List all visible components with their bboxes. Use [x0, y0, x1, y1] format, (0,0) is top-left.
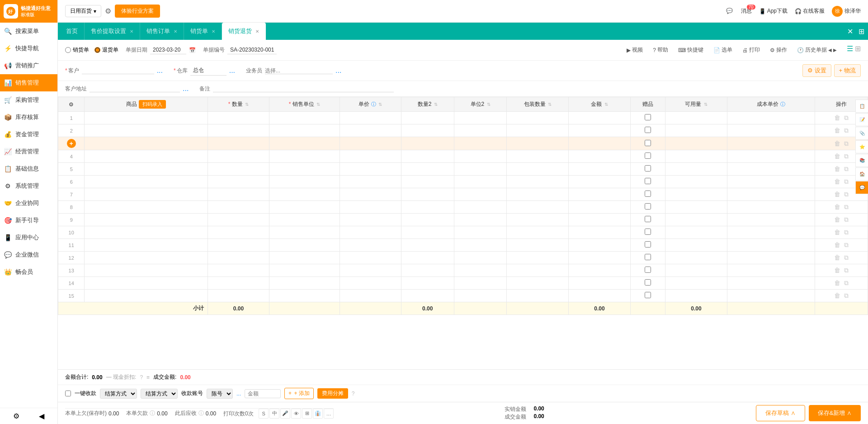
row-copy-icon[interactable]: ⧉ [843, 229, 849, 236]
sidebar-item-member[interactable]: 👑 畅会员 [0, 263, 57, 281]
calc-select[interactable]: 结算方式 [141, 389, 178, 399]
qty2-cell[interactable] [401, 226, 454, 239]
price-cell[interactable] [340, 226, 401, 239]
gift-cell[interactable] [630, 264, 665, 277]
row-delete-icon[interactable]: 🗑 [833, 203, 841, 210]
pkg-qty-cell[interactable] [507, 264, 569, 277]
amount-cell[interactable] [569, 176, 630, 188]
price-cell[interactable] [340, 239, 401, 252]
calendar-icon[interactable]: 📅 [189, 47, 196, 53]
remark-input[interactable] [213, 86, 394, 92]
one-key-checkbox[interactable] [65, 391, 71, 396]
gift-cell[interactable] [630, 137, 665, 150]
qty-cell[interactable] [208, 277, 269, 290]
product-cell[interactable] [85, 226, 208, 239]
available-cell[interactable] [665, 163, 727, 176]
pkg-qty-cell[interactable] [507, 252, 569, 264]
price-cell[interactable] [340, 264, 401, 277]
user-area[interactable]: 徐 徐泽华 [832, 6, 861, 17]
product-cell[interactable] [85, 163, 208, 176]
select-btn[interactable]: 📄 选单 [710, 44, 736, 56]
unit2-cell[interactable] [454, 112, 507, 124]
row-delete-icon[interactable]: 🗑 [833, 165, 841, 172]
th-pkg-sort[interactable]: ⇅ [548, 102, 552, 107]
gift-checkbox[interactable] [645, 203, 651, 210]
amount-cell[interactable] [569, 226, 630, 239]
unit-cell[interactable] [269, 226, 340, 239]
customer-input[interactable] [82, 67, 154, 74]
unit-cell[interactable] [269, 201, 340, 214]
available-cell[interactable] [665, 239, 727, 252]
cost-cell[interactable] [727, 290, 815, 302]
th-unit2-sort[interactable]: ⇅ [487, 102, 491, 107]
qty2-cell[interactable] [401, 176, 454, 188]
gift-checkbox[interactable] [645, 165, 651, 172]
qty-cell[interactable] [208, 239, 269, 252]
view-grid-icon[interactable]: ⊞ [855, 44, 861, 56]
industry-dropdown[interactable]: 日用百货 ▾ [65, 5, 101, 17]
amount-cell[interactable] [569, 188, 630, 201]
no-value[interactable]: SA-20230320-001 [227, 46, 277, 54]
available-cell[interactable] [665, 112, 727, 124]
product-cell[interactable] [85, 124, 208, 137]
radio-return[interactable]: 退货单 [94, 46, 118, 54]
cost-cell[interactable] [727, 176, 815, 188]
price-info-icon[interactable]: ⓘ [371, 101, 376, 107]
price-cell[interactable] [340, 137, 401, 150]
product-cell[interactable] [85, 188, 208, 201]
tab-sales-return-close-icon[interactable]: ✕ [255, 29, 259, 34]
row-copy-icon[interactable]: ⧉ [843, 279, 849, 286]
qty2-cell[interactable] [401, 137, 454, 150]
amount-cell[interactable] [569, 150, 630, 163]
pkg-qty-cell[interactable] [507, 277, 569, 290]
sidebar-settings-icon[interactable]: ⚙ [13, 412, 19, 420]
row-copy-icon[interactable]: ⧉ [843, 216, 849, 223]
gift-cell[interactable] [630, 112, 665, 124]
available-cell[interactable] [665, 150, 727, 163]
sidebar-item-inventory[interactable]: 📦 库存核算 [0, 109, 57, 126]
row-delete-icon[interactable]: 🗑 [833, 254, 841, 261]
pkg-qty-cell[interactable] [507, 163, 569, 176]
unit-cell[interactable] [269, 290, 340, 302]
amount-cell[interactable] [569, 201, 630, 214]
account-select[interactable]: 陈号 [207, 389, 233, 399]
gift-checkbox[interactable] [645, 229, 651, 235]
account-dots-icon[interactable]: ... [236, 391, 241, 397]
pkg-qty-cell[interactable] [507, 201, 569, 214]
right-icon-3[interactable]: ⭐ [855, 140, 868, 153]
cost-cell[interactable] [727, 239, 815, 252]
tab-sales-order-close-icon[interactable]: ✕ [174, 29, 177, 34]
row-copy-icon[interactable]: ⧉ [843, 127, 849, 134]
qty2-cell[interactable] [401, 264, 454, 277]
qty-cell[interactable] [208, 252, 269, 264]
gift-checkbox[interactable] [645, 127, 651, 133]
toolbar-icon-eye[interactable]: 👁 [291, 409, 301, 419]
gift-checkbox[interactable] [645, 216, 651, 222]
pkg-qty-cell[interactable] [507, 239, 569, 252]
unit-cell[interactable] [269, 188, 340, 201]
right-icon-6[interactable]: 💬 [855, 181, 868, 194]
price-cell[interactable] [340, 124, 401, 137]
available-cell[interactable] [665, 214, 727, 226]
row-copy-icon[interactable]: ⧉ [843, 152, 849, 160]
sidebar-item-marketing[interactable]: 📢 营销推广 [0, 57, 57, 74]
qty-cell[interactable] [208, 112, 269, 124]
logistics-btn[interactable]: + 物流 [834, 64, 861, 77]
qty-cell[interactable] [208, 163, 269, 176]
available-cell[interactable] [665, 201, 727, 214]
product-cell[interactable] [85, 239, 208, 252]
row-delete-icon[interactable]: 🗑 [833, 114, 841, 121]
row-delete-icon[interactable]: 🗑 [833, 178, 841, 185]
row-copy-icon[interactable]: ⧉ [843, 267, 849, 274]
gift-cell[interactable] [630, 163, 665, 176]
unit2-cell[interactable] [454, 201, 507, 214]
available-cell[interactable] [665, 188, 727, 201]
amount-cell[interactable] [569, 264, 630, 277]
sidebar-collapse-icon[interactable]: ◀ [39, 412, 44, 420]
unit2-cell[interactable] [454, 214, 507, 226]
view-list-icon[interactable]: ☰ [847, 44, 853, 56]
available-cell[interactable] [665, 124, 727, 137]
unit2-cell[interactable] [454, 176, 507, 188]
qty-cell[interactable] [208, 264, 269, 277]
add-cost-btn[interactable]: + + 添加 [284, 388, 314, 399]
